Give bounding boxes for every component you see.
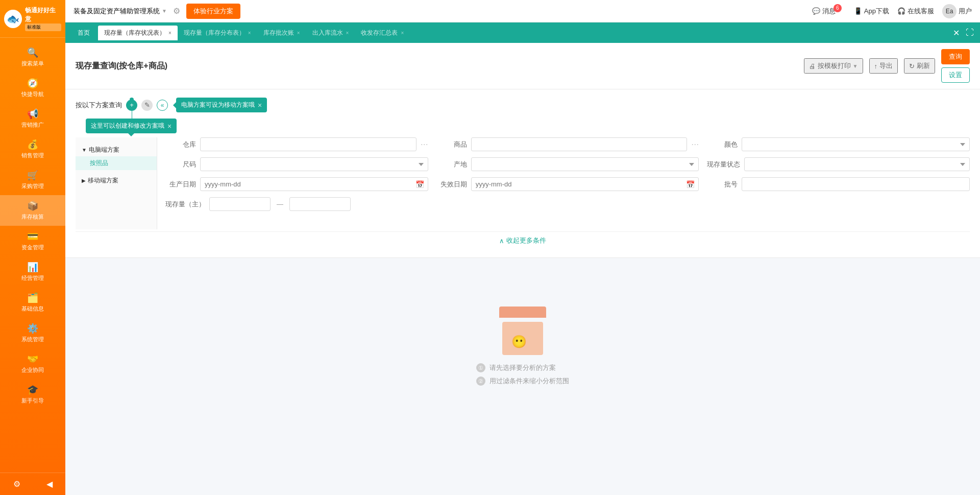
create-scheme-tooltip-close[interactable]: ×	[167, 122, 172, 130]
box-face: 😶	[511, 335, 527, 349]
pc-scheme-tooltip-wrapper: 电脑方案可设为移动方案哦 ×	[176, 98, 267, 112]
header-right: 💬 消息 6 📱 App下载 🎧 在线客服 Ea 用户	[812, 4, 972, 18]
print-button[interactable]: 🖨 按模板打印 ▼	[804, 58, 863, 74]
back-scheme-button[interactable]: «	[157, 100, 168, 111]
export-icon: ↑	[874, 62, 878, 70]
inventory-main-input[interactable]	[209, 197, 271, 211]
sales-nav-icon: 💰	[27, 139, 38, 150]
batch-no-label: 批号	[707, 180, 738, 189]
sidebar-item-system[interactable]: ⚙️ 系统管理	[0, 318, 65, 348]
size-select[interactable]	[200, 157, 428, 171]
sidebar-item-guide[interactable]: 🎓 新手引导	[0, 379, 65, 410]
size-label: 尺码	[165, 160, 196, 169]
filter-section: 按以下方案查询 + ✎ « 电脑方案可设为移动方案哦 × 这	[65, 89, 980, 258]
tab-close-batch-ledger[interactable]: ×	[297, 30, 300, 36]
collapse-sidebar-icon[interactable]: ◀	[46, 479, 53, 489]
pc-scheme-tooltip: 电脑方案可设为移动方案哦 ×	[176, 98, 267, 112]
pc-scheme-tooltip-close[interactable]: ×	[258, 101, 262, 109]
prod-date-input[interactable]	[200, 177, 428, 191]
scheme-group-pc-header[interactable]: ▼ 电脑端方案	[76, 144, 157, 156]
export-button[interactable]: ↑ 导出	[869, 58, 898, 74]
empty-state: 😶 ① 请先选择要分析的方案 ② 用过滤条件来缩小分析范围	[65, 258, 980, 427]
tab-receive-summary[interactable]: 收发存汇总表 ×	[355, 26, 410, 40]
warehouse-dots[interactable]: ···	[421, 139, 428, 150]
sidebar-item-quick[interactable]: 🧭 快捷导航	[0, 73, 65, 103]
notification-action[interactable]: 💬 消息 6	[812, 7, 846, 16]
header-settings-icon[interactable]: ⚙	[173, 6, 180, 16]
origin-select[interactable]	[471, 157, 699, 171]
sidebar-item-marketing[interactable]: 📢 营销推广	[0, 103, 65, 134]
batch-no-input[interactable]	[742, 177, 970, 191]
inventory-status-select[interactable]	[744, 157, 970, 171]
expiry-date-label: 失效日期	[436, 180, 467, 189]
tab-inout-flow[interactable]: 出入库流水 ×	[306, 26, 355, 40]
inventory-main-input-end[interactable]	[289, 197, 351, 211]
app-download-action[interactable]: 📱 App下载	[854, 7, 889, 16]
dot-indicator	[130, 98, 134, 102]
search-button-top[interactable]: 查询	[941, 49, 970, 64]
sidebar-item-inventory[interactable]: 📦 库存核算	[0, 195, 65, 226]
tab-close-receive-summary[interactable]: ×	[401, 30, 404, 36]
page-actions: 🖨 按模板打印 ▼ ↑ 导出 ↻ 刷新 查询 设置	[804, 49, 970, 83]
goods-dots[interactable]: ···	[691, 139, 699, 150]
filter-goods: 商品 ···	[436, 137, 699, 151]
tab-close-inventory-dist[interactable]: ×	[248, 30, 251, 36]
filter-warehouse: 仓库 ···	[165, 137, 428, 151]
empty-step-1: ① 请先选择要分析的方案	[476, 363, 569, 372]
user-action[interactable]: Ea 用户	[942, 4, 972, 18]
operation-nav-icon: 📊	[27, 262, 38, 273]
reset-button-top[interactable]: 设置	[941, 67, 970, 83]
filter-main: 仓库 ··· 商品 ··· 颜色	[157, 137, 970, 229]
expiry-date-input[interactable]	[471, 177, 699, 191]
sidebar-item-sales[interactable]: 💰 销售管理	[0, 134, 65, 164]
marketing-nav-icon: 📢	[27, 108, 38, 120]
edit-scheme-button[interactable]: ✎	[141, 100, 153, 111]
step-num-1: ①	[476, 363, 485, 372]
filter-inventory-main: 现存量（主） —	[165, 197, 428, 211]
filter-label: 按以下方案查询	[76, 101, 122, 110]
tab-batch-ledger[interactable]: 库存批次账 ×	[257, 26, 306, 40]
warehouse-input[interactable]	[200, 137, 416, 151]
refresh-button[interactable]: ↻ 刷新	[904, 58, 935, 74]
color-select[interactable]	[742, 137, 970, 151]
goods-input[interactable]	[471, 137, 688, 151]
trial-button[interactable]: 体验行业方案	[186, 4, 240, 19]
tab-inventory-dist[interactable]: 现存量（库存分布表） ×	[178, 26, 257, 40]
tab-inventory-status[interactable]: 现存量（库存状况表） ×	[98, 26, 178, 40]
quick-nav-icon: 🧭	[27, 78, 38, 89]
chevron-right-icon-mobile: ▶	[82, 178, 86, 183]
main-content: 现存量查询(按仓库+商品) 🖨 按模板打印 ▼ ↑ 导出 ↻ 刷新 查询 设置	[65, 43, 980, 495]
scheme-group-mobile-header[interactable]: ▶ 移动端方案	[76, 174, 157, 187]
tab-bar-expand-icon[interactable]: ⛶	[964, 26, 976, 39]
scheme-item-goods[interactable]: 按照品	[76, 156, 157, 170]
sidebar-item-finance[interactable]: 💳 资金管理	[0, 226, 65, 256]
sidebar-item-purchase[interactable]: 🛒 采购管理	[0, 164, 65, 195]
sidebar-item-base[interactable]: 🗂️ 基础信息	[0, 287, 65, 318]
system-nav-icon: ⚙️	[27, 323, 38, 334]
print-icon: 🖨	[809, 62, 816, 70]
message-icon: 💬	[812, 7, 820, 15]
tab-bar-close-icon[interactable]: ✕	[951, 26, 962, 40]
system-title-dropdown[interactable]: 装备及固定资产辅助管理系统 ▼	[74, 7, 167, 16]
sidebar-item-search[interactable]: 🔍 搜索菜单	[0, 42, 65, 73]
inventory-main-label: 现存量（主）	[165, 200, 205, 209]
tab-home[interactable]: 首页	[69, 26, 98, 40]
dropdown-chevron-icon: ▼	[162, 8, 167, 14]
sidebar-item-operation[interactable]: 📊 经营管理	[0, 256, 65, 287]
sidebar-item-enterprise[interactable]: 🤝 企业协同	[0, 348, 65, 379]
online-service-action[interactable]: 🎧 在线客服	[897, 7, 934, 16]
purchase-nav-icon: 🛒	[27, 170, 38, 181]
collapse-filter-button[interactable]: ∧ 收起更多条件	[76, 231, 970, 249]
filter-row-3: 生产日期 📅 失效日期 📅 批号	[165, 177, 970, 191]
empty-illustration: 😶	[492, 299, 553, 355]
settings-bottom-icon[interactable]: ⚙	[13, 479, 20, 489]
refresh-icon: ↻	[909, 62, 915, 70]
header-left: 装备及固定资产辅助管理系统 ▼ ⚙ 体验行业方案	[74, 4, 240, 19]
tab-close-inventory-status[interactable]: ×	[168, 30, 172, 36]
origin-label: 产地	[436, 160, 467, 169]
prod-date-label: 生产日期	[165, 180, 196, 189]
base-nav-icon: 🗂️	[27, 292, 38, 303]
empty-step-2: ② 用过滤条件来缩小分析范围	[476, 376, 569, 386]
tab-close-inout-flow[interactable]: ×	[346, 30, 349, 36]
prod-date-calendar-icon: 📅	[415, 180, 424, 188]
